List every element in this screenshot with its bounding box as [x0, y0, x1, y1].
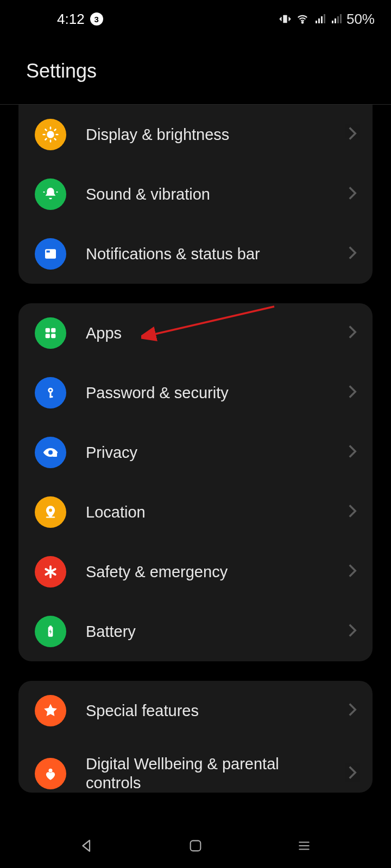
- item-location[interactable]: Location: [18, 482, 373, 542]
- svg-rect-41: [191, 841, 201, 851]
- svg-rect-24: [51, 334, 55, 338]
- svg-rect-7: [335, 18, 336, 23]
- svg-rect-8: [337, 16, 339, 23]
- svg-point-10: [47, 131, 54, 138]
- settings-group: Display & brightness Sound & vibration N…: [18, 105, 373, 284]
- vibrate-icon: [279, 13, 291, 25]
- item-sound-vibration[interactable]: Sound & vibration: [18, 164, 373, 224]
- svg-rect-0: [283, 15, 287, 23]
- star-icon: [35, 695, 66, 726]
- notification-count-badge: 3: [90, 12, 103, 25]
- svg-rect-9: [340, 14, 342, 23]
- chevron-right-icon: [348, 245, 357, 263]
- item-privacy[interactable]: Privacy: [18, 423, 373, 482]
- item-label: Digital Wellbeing & parental controls: [86, 755, 328, 793]
- nav-recents-button[interactable]: [272, 832, 337, 859]
- svg-point-29: [48, 450, 53, 455]
- svg-rect-2: [316, 21, 317, 23]
- item-display-brightness[interactable]: Display & brightness: [18, 105, 373, 164]
- svg-line-18: [55, 130, 56, 131]
- key-icon: [35, 377, 66, 409]
- item-notifications-status-bar[interactable]: Notifications & status bar: [18, 224, 373, 284]
- svg-rect-23: [46, 334, 50, 338]
- wifi-icon: [295, 13, 310, 25]
- page-header: Settings: [0, 38, 391, 104]
- chevron-right-icon: [348, 126, 357, 143]
- item-label: Privacy: [86, 443, 328, 462]
- settings-group: Apps Password & security Privacy Locatio…: [18, 303, 373, 661]
- svg-rect-5: [324, 14, 325, 23]
- svg-rect-28: [49, 396, 53, 398]
- svg-line-13: [46, 130, 47, 131]
- chevron-right-icon: [348, 623, 357, 640]
- chevron-right-icon: [348, 324, 357, 342]
- svg-rect-4: [321, 16, 323, 23]
- settings-list: Display & brightness Sound & vibration N…: [0, 105, 391, 793]
- brightness-icon: [35, 119, 66, 150]
- panel-icon: [35, 238, 66, 270]
- svg-rect-22: [51, 328, 55, 333]
- battery-percentage: 50%: [346, 11, 375, 28]
- chevron-right-icon: [348, 444, 357, 461]
- item-label: Display & brightness: [86, 125, 328, 144]
- svg-point-38: [49, 768, 53, 772]
- svg-rect-6: [332, 21, 333, 23]
- item-digital-wellbeing[interactable]: Digital Wellbeing & parental controls: [18, 741, 373, 793]
- nav-back-button[interactable]: [54, 832, 119, 859]
- item-password-security[interactable]: Password & security: [18, 363, 373, 423]
- status-time: 4:12: [57, 11, 85, 28]
- status-bar: 4:12 3 50%: [0, 0, 391, 38]
- battery-icon: [35, 616, 66, 647]
- chevron-right-icon: [348, 702, 357, 719]
- item-label: Battery: [86, 622, 328, 641]
- chevron-right-icon: [348, 765, 357, 782]
- status-left: 4:12 3: [57, 11, 103, 28]
- settings-group: Special features Digital Wellbeing & par…: [18, 681, 373, 793]
- item-label: Notifications & status bar: [86, 245, 328, 264]
- item-label: Location: [86, 503, 328, 522]
- eye-lock-icon: [35, 437, 66, 468]
- location-icon: [35, 496, 66, 528]
- item-battery[interactable]: Battery: [18, 602, 373, 661]
- item-label: Special features: [86, 701, 328, 720]
- signal-1-icon: [314, 14, 326, 24]
- chevron-right-icon: [348, 384, 357, 401]
- nav-home-button[interactable]: [163, 832, 228, 859]
- svg-line-17: [46, 139, 47, 140]
- item-special-features[interactable]: Special features: [18, 681, 373, 741]
- svg-rect-20: [47, 251, 50, 253]
- svg-rect-21: [46, 328, 50, 333]
- navigation-bar: [0, 824, 391, 868]
- heart-icon: [35, 758, 66, 789]
- page-title: Settings: [26, 60, 391, 82]
- status-right: 50%: [279, 11, 375, 28]
- item-apps[interactable]: Apps: [18, 303, 373, 363]
- asterisk-icon: [35, 556, 66, 588]
- chevron-right-icon: [348, 563, 357, 580]
- svg-point-32: [49, 509, 52, 512]
- item-label: Password & security: [86, 384, 328, 403]
- grid-icon: [35, 317, 66, 349]
- item-label: Safety & emergency: [86, 563, 328, 582]
- item-label: Sound & vibration: [86, 185, 328, 204]
- signal-2-icon: [330, 14, 342, 24]
- svg-rect-37: [49, 626, 52, 627]
- svg-line-14: [55, 139, 56, 140]
- bell-icon: [35, 178, 66, 210]
- chevron-right-icon: [348, 503, 357, 521]
- chevron-right-icon: [348, 186, 357, 203]
- item-label: Apps: [86, 324, 328, 343]
- svg-point-1: [302, 22, 304, 23]
- svg-rect-3: [318, 18, 320, 23]
- svg-point-26: [49, 389, 52, 391]
- item-safety-emergency[interactable]: Safety & emergency: [18, 542, 373, 602]
